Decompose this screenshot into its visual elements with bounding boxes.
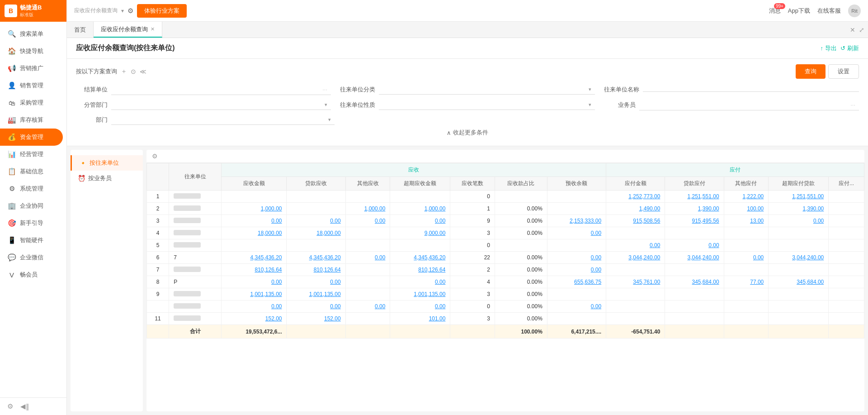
tab-ar-ap-query[interactable]: 应收应付余额查询✕ <box>94 22 162 38</box>
industry-solution-button[interactable]: 体验行业方案 <box>137 4 187 18</box>
link-ar_overdue-3[interactable]: 9,000.00 <box>425 230 446 236</box>
link-ar_advance-6[interactable]: 0.00 <box>591 267 601 273</box>
link-ar_amount-6[interactable]: 810,126.64 <box>255 267 282 273</box>
sidebar-item-finance[interactable]: 💰资金管理 <box>0 129 63 146</box>
link-ar_advance-9[interactable]: 0.00 <box>591 303 601 310</box>
link-ap_loan-5[interactable]: 3,044,240.00 <box>688 254 719 261</box>
link-ar_overdue-10[interactable]: 101.00 <box>429 315 446 322</box>
link-ap_overdue-5[interactable]: 3,044,240.00 <box>792 254 824 261</box>
link-ar_loan-5[interactable]: 4,345,436.20 <box>309 254 341 261</box>
header-gear-icon[interactable]: ⚙ <box>127 7 133 15</box>
link-ap_other-1[interactable]: 100.00 <box>747 205 764 212</box>
link-ar_loan-8[interactable]: 1,001,135.00 <box>309 291 341 297</box>
link-ap_loan-7[interactable]: 345,684.00 <box>692 279 719 285</box>
link-ap_amount-7[interactable]: 345,761.00 <box>633 279 660 285</box>
tab-home[interactable]: 首页 <box>67 22 94 38</box>
table-settings-icon[interactable]: ⚙ <box>152 153 158 160</box>
filter-customer-name-input[interactable] <box>643 88 859 92</box>
link-ap_overdue-7[interactable]: 345,684.00 <box>797 279 824 285</box>
filter-customer-nature-select[interactable]: ▾ <box>379 100 595 110</box>
link-ar_amount-7[interactable]: 0.00 <box>271 279 282 285</box>
link-ar_amount-8[interactable]: 1,001,135.00 <box>250 291 282 297</box>
filter-dept-select[interactable]: ▾ <box>111 100 331 110</box>
filter-settlement-input[interactable]: ··· <box>111 84 331 95</box>
filter-salesman-input[interactable]: ··· <box>639 100 859 110</box>
sidebar-item-quick-nav[interactable]: 🏠快捷导航 <box>0 43 66 60</box>
sidebar-item-wechat[interactable]: 💬企业微信 <box>0 249 66 266</box>
link-ap_overdue-1[interactable]: 1,390.00 <box>803 205 824 212</box>
sidebar-collapse-icon[interactable]: ◀‖ <box>20 402 29 410</box>
link-ap_amount-4[interactable]: 0.00 <box>650 242 660 248</box>
link-ar_other-5[interactable]: 0.00 <box>375 254 385 261</box>
link-ar_loan-10[interactable]: 152.00 <box>324 315 341 322</box>
link-ar_loan-6[interactable]: 810,126.64 <box>314 267 341 273</box>
sidebar-item-search-menu[interactable]: 🔍搜索菜单 <box>0 25 66 43</box>
link-ap_amount-2[interactable]: 915,508.56 <box>633 218 660 224</box>
tab-close-all-icon[interactable]: ✕ <box>850 26 855 33</box>
sidebar-item-member[interactable]: V畅会员 <box>0 266 66 283</box>
sidebar-item-hardware[interactable]: 📱智能硬件 <box>0 232 66 249</box>
link-ap_other-7[interactable]: 77.00 <box>750 279 764 285</box>
link-ar_amount-5[interactable]: 4,345,436.20 <box>250 254 282 261</box>
filter-customer-category-select[interactable]: ▾ <box>379 85 595 95</box>
link-ar_other-2[interactable]: 0.00 <box>375 218 385 224</box>
filter-collapse-icon[interactable]: ≪ <box>140 68 146 75</box>
header-app-download[interactable]: App下载 <box>788 7 810 15</box>
left-panel-item-by-salesman[interactable]: ⏰ 按业务员 <box>71 171 143 186</box>
link-ar_overdue-6[interactable]: 810,126.64 <box>418 267 445 273</box>
left-panel-item-by-customer[interactable]: 🔸 按往来单位 <box>71 155 143 171</box>
query-button[interactable]: 查询 <box>796 64 826 79</box>
sidebar-settings-icon[interactable]: ⚙ <box>7 402 13 410</box>
link-ar_loan-2[interactable]: 0.00 <box>330 218 340 224</box>
link-ar_amount-1[interactable]: 1,000.00 <box>261 205 282 212</box>
sidebar-item-sales[interactable]: 👤销售管理 <box>0 77 66 94</box>
link-ar_overdue-5[interactable]: 4,345,436.20 <box>414 254 445 261</box>
refresh-button[interactable]: ↺ 刷新 <box>840 44 859 52</box>
link-ar_overdue-8[interactable]: 1,001,135.00 <box>414 291 445 297</box>
header-online-service[interactable]: 在线客服 <box>817 7 841 15</box>
link-ap_overdue-0[interactable]: 1,251,551.00 <box>792 193 824 200</box>
link-ar_amount-10[interactable]: 152.00 <box>265 315 282 322</box>
link-ar_overdue-9[interactable]: 0.00 <box>435 303 445 310</box>
link-ap_other-2[interactable]: 13.00 <box>750 218 764 224</box>
settings-button[interactable]: 设置 <box>828 64 859 79</box>
link-ap_loan-2[interactable]: 915,495.56 <box>692 218 719 224</box>
link-ap_other-5[interactable]: 0.00 <box>753 254 764 261</box>
link-ap_loan-1[interactable]: 1,390.00 <box>698 205 719 212</box>
filter-settings-icon[interactable]: ⊙ <box>131 68 136 75</box>
link-ar_other-9[interactable]: 0.00 <box>375 303 385 310</box>
filter-department-select[interactable]: ▾ <box>111 115 335 125</box>
link-ap_other-0[interactable]: 1,222.00 <box>743 193 764 200</box>
sidebar-item-guide[interactable]: 🎯新手引导 <box>0 215 66 232</box>
link-ar_overdue-2[interactable]: 0.00 <box>435 218 445 224</box>
link-ar_amount-3[interactable]: 18,000.00 <box>258 230 282 236</box>
link-ap_loan-0[interactable]: 1,251,551.00 <box>688 193 719 200</box>
collapse-more-conditions[interactable]: ∧ 收起更多条件 <box>447 129 488 137</box>
link-ap_loan-4[interactable]: 0.00 <box>708 242 719 248</box>
link-ap_amount-0[interactable]: 1,252,773.00 <box>628 193 660 200</box>
link-ar_advance-5[interactable]: 0.00 <box>591 254 601 261</box>
link-ar_amount-2[interactable]: 0.00 <box>271 218 282 224</box>
link-ar_amount-9[interactable]: 0.00 <box>271 303 282 310</box>
header-user[interactable]: Rit <box>848 5 861 17</box>
table-scroll[interactable]: 往来单位 应收 应付 应收金额贷款应收其他应收超期应收金额应收笔数应收款占比预收… <box>146 163 864 411</box>
header-chevron-icon[interactable]: ▾ <box>121 8 124 14</box>
link-ar_advance-2[interactable]: 2,153,333.00 <box>570 218 601 224</box>
link-ar_loan-7[interactable]: 0.00 <box>330 279 340 285</box>
sidebar-item-inventory[interactable]: 🏭库存核算 <box>0 111 66 129</box>
link-ar_loan-3[interactable]: 18,000.00 <box>316 230 340 236</box>
link-ar_overdue-7[interactable]: 0.00 <box>435 279 445 285</box>
link-ar_overdue-1[interactable]: 1,000.00 <box>425 205 446 212</box>
export-button[interactable]: ↑ 导出 <box>821 44 837 52</box>
tab-maximize-icon[interactable]: ⤢ <box>859 26 864 33</box>
sidebar-item-marketing[interactable]: 📢营销推广 <box>0 60 66 77</box>
add-filter-icon[interactable]: ＋ <box>121 67 127 76</box>
link-ap_amount-1[interactable]: 1,490.00 <box>639 205 660 212</box>
sidebar-item-basic-info[interactable]: 📋基础信息 <box>0 163 66 180</box>
link-ar_advance-3[interactable]: 0.00 <box>591 230 601 236</box>
tab-close-ar-ap-query[interactable]: ✕ <box>151 26 155 32</box>
header-messages[interactable]: 消息99+ <box>769 7 781 15</box>
sidebar-item-enterprise[interactable]: 🏢企业协同 <box>0 197 66 215</box>
sidebar-item-system[interactable]: ⚙系统管理 <box>0 180 66 197</box>
link-ar_loan-9[interactable]: 0.00 <box>330 303 340 310</box>
